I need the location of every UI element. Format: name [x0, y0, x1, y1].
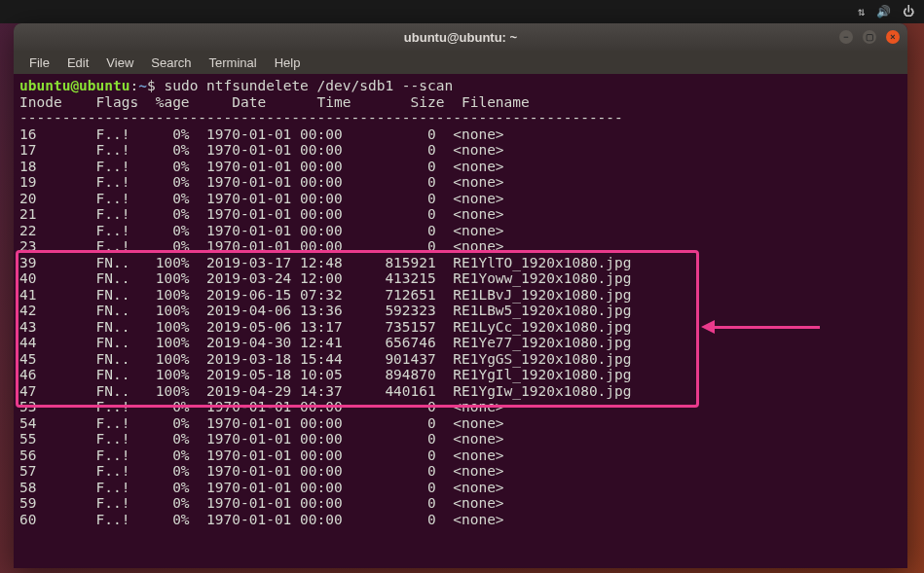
table-row: 56 F..! 0% 1970-01-01 00:00 0 <none>: [19, 448, 504, 463]
table-row: 20 F..! 0% 1970-01-01 00:00 0 <none>: [19, 191, 504, 206]
table-row: 42 FN.. 100% 2019-04-06 13:36 592323 RE1…: [19, 303, 632, 318]
desktop-topbar: ⇅ 🔊 ⏻: [0, 0, 924, 23]
table-row: 58 F..! 0% 1970-01-01 00:00 0 <none>: [19, 480, 504, 495]
table-row: 41 FN.. 100% 2019-06-15 07:32 712651 RE1…: [19, 287, 632, 303]
menu-terminal[interactable]: Terminal: [202, 54, 265, 72]
table-row: 53 F..! 0% 1970-01-01 00:00 0 <none>: [19, 399, 504, 414]
table-row: 43 FN.. 100% 2019-05-06 13:17 735157 RE1…: [19, 319, 632, 335]
window-controls: − ▢ ×: [839, 30, 900, 44]
table-row: 60 F..! 0% 1970-01-01 00:00 0 <none>: [19, 512, 504, 527]
close-button[interactable]: ×: [886, 30, 900, 44]
menu-search[interactable]: Search: [143, 54, 199, 72]
table-row: 16 F..! 0% 1970-01-01 00:00 0 <none>: [19, 126, 504, 142]
table-row: 22 F..! 0% 1970-01-01 00:00 0 <none>: [19, 223, 504, 238]
separator-line: ----------------------------------------…: [19, 110, 623, 125]
maximize-button[interactable]: ▢: [863, 30, 876, 44]
table-row: 40 FN.. 100% 2019-03-24 12:00 413215 RE1…: [19, 270, 632, 286]
table-row: 54 F..! 0% 1970-01-01 00:00 0 <none>: [19, 415, 504, 431]
menu-help[interactable]: Help: [267, 54, 309, 72]
menubar: FileEditViewSearchTerminalHelp: [14, 51, 907, 74]
table-row: 17 F..! 0% 1970-01-01 00:00 0 <none>: [19, 142, 504, 158]
table-row: 44 FN.. 100% 2019-04-30 12:41 656746 RE1…: [19, 335, 632, 350]
table-row: 46 FN.. 100% 2019-05-18 10:05 894870 RE1…: [19, 367, 632, 382]
window-title: ubuntu@ubuntu: ~: [404, 30, 517, 45]
network-icon[interactable]: ⇅: [858, 5, 865, 18]
minimize-button[interactable]: −: [839, 30, 853, 44]
terminal-output[interactable]: ubuntu@ubuntu:~$ sudo ntfsundelete /dev/…: [14, 74, 907, 568]
table-row: 21 F..! 0% 1970-01-01 00:00 0 <none>: [19, 206, 504, 222]
menu-edit[interactable]: Edit: [59, 54, 96, 72]
table-row: 23 F..! 0% 1970-01-01 00:00 0 <none>: [19, 238, 504, 254]
table-row: 39 FN.. 100% 2019-03-17 12:48 815921 RE1…: [19, 255, 632, 270]
typed-command: sudo ntfsundelete /dev/sdb1 --scan: [164, 78, 453, 93]
titlebar[interactable]: ubuntu@ubuntu: ~ − ▢ ×: [14, 23, 907, 51]
table-row: 45 FN.. 100% 2019-03-18 15:44 901437 RE1…: [19, 351, 632, 367]
table-row: 55 F..! 0% 1970-01-01 00:00 0 <none>: [19, 431, 504, 447]
table-row: 19 F..! 0% 1970-01-01 00:00 0 <none>: [19, 174, 504, 190]
column-headers: Inode Flags %age Date Time Size Filename: [19, 94, 530, 110]
menu-file[interactable]: File: [21, 54, 57, 72]
sound-icon[interactable]: 🔊: [876, 5, 891, 18]
power-icon[interactable]: ⏻: [903, 5, 914, 18]
table-row: 47 FN.. 100% 2019-04-29 14:37 440161 RE1…: [19, 383, 632, 399]
terminal-window: ubuntu@ubuntu: ~ − ▢ × FileEditViewSearc…: [14, 23, 907, 568]
menu-view[interactable]: View: [98, 54, 141, 72]
table-row: 57 F..! 0% 1970-01-01 00:00 0 <none>: [19, 463, 504, 479]
table-row: 18 F..! 0% 1970-01-01 00:00 0 <none>: [19, 159, 504, 174]
table-row: 59 F..! 0% 1970-01-01 00:00 0 <none>: [19, 495, 504, 511]
